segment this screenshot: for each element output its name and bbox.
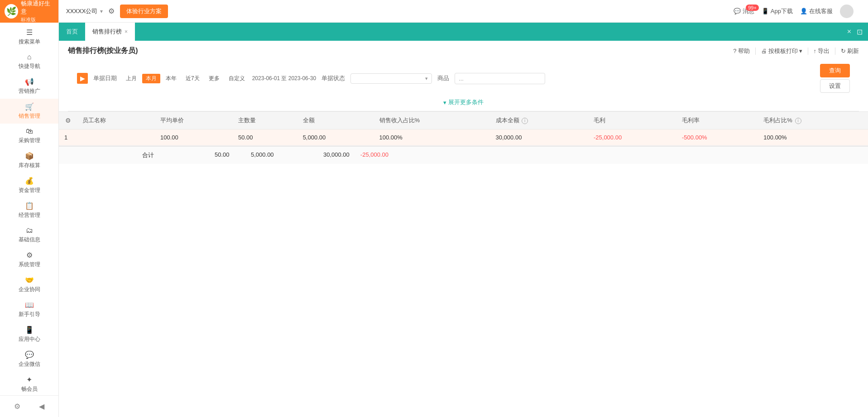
footer-profit: -25,000.00 xyxy=(355,151,394,159)
sidebar-label-ops-mgmt: 经营管理 xyxy=(19,211,40,219)
goods-placeholder: ... xyxy=(459,75,464,82)
footer-profit-pct xyxy=(430,151,466,159)
date-tab-7days[interactable]: 近7天 xyxy=(182,74,203,83)
goods-label: 商品 xyxy=(437,74,449,82)
sidebar-label-member: 畅会员 xyxy=(21,385,38,393)
company-selector[interactable]: XXXXX公司 ▾ xyxy=(66,7,103,15)
message-button[interactable]: 💬 消息 99+ xyxy=(734,7,754,15)
sidebar-item-basic-info[interactable]: 🗂基础信息 xyxy=(0,223,58,247)
sidebar-item-quick-nav[interactable]: ⌂快捷导航 xyxy=(0,49,58,74)
table-body: 1100.0050.005,000.00100.00%30,000.00-25,… xyxy=(59,129,868,146)
sidebar-label-finance: 资金管理 xyxy=(19,187,40,194)
window-max-icon[interactable]: ⊡ xyxy=(857,28,863,36)
filter-bar: ▶ 单据日期 上月 本月 本年 近7天 更多 自定义 2023-06-01 至 … xyxy=(68,59,859,111)
col-profit-rate: 毛利率 xyxy=(676,112,758,129)
tab-home[interactable]: 首页 xyxy=(59,23,85,41)
sidebar-label-marketing: 营销推广 xyxy=(19,87,40,95)
sidebar-item-enterprise-coop[interactable]: 🤝企业协同 xyxy=(0,272,58,297)
sidebar-item-newbie-guide[interactable]: 📖新手引导 xyxy=(0,297,58,322)
content-area: 销售排行榜(按业务员) ? 帮助 🖨 按模板打印 ▾ ↑ xyxy=(59,41,868,417)
col-amount: 全额 xyxy=(297,112,374,129)
sidebar-icon-system-mgmt: ⚙ xyxy=(26,251,33,259)
table-cell-4: 5,000.00 xyxy=(297,129,374,146)
sidebar-item-finance[interactable]: 💰资金管理 xyxy=(0,173,58,198)
tab-sales-ranking[interactable]: 销售排行榜 × xyxy=(85,23,135,41)
date-range-text: 2023-06-01 至 2023-06-30 xyxy=(252,75,316,82)
table-cell-9: 100.00% xyxy=(758,129,868,146)
date-tab-current-month[interactable]: 本月 xyxy=(142,74,160,83)
footer-total-label: 合计 xyxy=(137,151,173,159)
print-chevron-icon: ▾ xyxy=(799,48,802,54)
topbar-right: 💬 消息 99+ 📱 App下载 👤 在线客服 xyxy=(734,5,861,18)
expand-more-button[interactable]: ▾ 展开更多条件 xyxy=(443,98,484,106)
page-title: 销售排行榜(按业务员) xyxy=(68,46,138,56)
trial-button[interactable]: 体验行业方案 xyxy=(120,5,168,18)
date-tab-prev-month[interactable]: 上月 xyxy=(122,74,140,83)
export-button[interactable]: ↑ 导出 xyxy=(814,47,830,55)
goods-input[interactable]: ... xyxy=(455,73,545,84)
sidebar-label-inventory: 库存核算 xyxy=(19,162,40,169)
sidebar-item-search-orders[interactable]: ☰搜索菜单 xyxy=(0,24,58,49)
avatar[interactable] xyxy=(840,5,854,18)
sidebar-item-ops-mgmt[interactable]: 📋经营管理 xyxy=(0,198,58,223)
sidebar-icon-basic-info: 🗂 xyxy=(26,226,33,235)
filter-collapse-button[interactable]: ▶ xyxy=(77,73,88,84)
footer-main-qty: 50.00 xyxy=(209,151,245,159)
app-download-button[interactable]: 📱 App下载 xyxy=(762,7,793,15)
filter-row-1: ▶ 单据日期 上月 本月 本年 近7天 更多 自定义 2023-06-01 至 … xyxy=(77,64,850,93)
tab-close-icon[interactable]: × xyxy=(125,29,128,35)
page-header: 销售排行榜(按业务员) ? 帮助 🖨 按模板打印 ▾ ↑ xyxy=(59,41,868,112)
table-header-row: ⚙ 员工名称 平均单价 主数量 全额 销售收入占比% 成本全额 i 毛利 毛利率 xyxy=(59,112,868,129)
sidebar-item-app-center[interactable]: 📱应用中心 xyxy=(0,322,58,347)
setting-button[interactable]: 设置 xyxy=(820,79,850,93)
sidebar-item-purchase-mgmt[interactable]: 🛍采购管理 xyxy=(0,124,58,148)
table-cell-5: 100.00% xyxy=(374,129,490,146)
topbar-settings-icon[interactable]: ⚙ xyxy=(108,7,115,15)
topbar: XXXXX公司 ▾ ⚙ 体验行业方案 💬 消息 99+ 📱 App下载 👤 在线… xyxy=(59,0,868,23)
table-cell-7: -25,000.00 xyxy=(588,129,676,146)
settings-icon[interactable]: ⚙ xyxy=(14,402,20,411)
table-cell-0: 1 xyxy=(59,129,77,146)
col-cost: 成本全额 i xyxy=(490,112,588,129)
sidebar-item-member[interactable]: ✦畅会员 xyxy=(0,372,58,395)
sidebar-item-system-mgmt[interactable]: ⚙系统管理 xyxy=(0,247,58,272)
sidebar-label-newbie-guide: 新手引导 xyxy=(19,311,40,318)
company-chevron-icon: ▾ xyxy=(100,8,103,14)
table-area: ⚙ 员工名称 平均单价 主数量 全额 销售收入占比% 成本全额 i 毛利 毛利率 xyxy=(59,112,868,417)
sidebar-icon-marketing: 📢 xyxy=(25,77,34,86)
sidebar-item-sales-mgmt[interactable]: 🛒销售管理 xyxy=(0,99,58,124)
collapse-icon[interactable]: ◀ xyxy=(39,402,44,411)
sidebar-icon-search-orders: ☰ xyxy=(26,28,33,37)
divider xyxy=(755,48,756,55)
sidebar-item-marketing[interactable]: 📢营销推广 xyxy=(0,74,58,99)
date-tab-more[interactable]: 更多 xyxy=(205,74,223,83)
date-tab-current-year[interactable]: 本年 xyxy=(162,74,180,83)
query-button[interactable]: 查询 xyxy=(820,64,850,77)
sidebar-label-sales-mgmt: 销售管理 xyxy=(19,112,40,120)
sidebar-icon-enterprise-coop: 🤝 xyxy=(25,276,34,284)
date-tab-custom[interactable]: 自定义 xyxy=(225,74,249,83)
profit-pct-info-icon[interactable]: i xyxy=(795,118,801,124)
page-actions: ? 帮助 🖨 按模板打印 ▾ ↑ 导出 xyxy=(733,47,859,55)
status-select[interactable]: ▾ xyxy=(350,73,432,84)
col-settings[interactable]: ⚙ xyxy=(59,112,77,129)
print-button[interactable]: 🖨 按模板打印 ▾ xyxy=(761,47,802,55)
table-cell-2: 100.00 xyxy=(155,129,233,146)
expand-icon: ▾ xyxy=(443,99,446,106)
help-button[interactable]: ? 帮助 xyxy=(733,47,749,55)
refresh-icon: ↻ xyxy=(841,48,846,54)
online-service-button[interactable]: 👤 在线客服 xyxy=(800,7,833,15)
cost-info-icon[interactable]: i xyxy=(522,118,528,124)
sidebar-item-enterprise-wechat[interactable]: 💬企业微信 xyxy=(0,347,58,372)
window-close-icon[interactable]: × xyxy=(847,28,851,36)
refresh-button[interactable]: ↻ 刷新 xyxy=(841,47,859,55)
date-label: 单据日期 xyxy=(93,74,117,82)
sidebar-icon-sales-mgmt: 🛒 xyxy=(25,102,34,111)
sidebar-item-inventory[interactable]: 📦库存核算 xyxy=(0,148,58,173)
service-icon: 👤 xyxy=(800,8,807,14)
column-settings-icon[interactable]: ⚙ xyxy=(65,117,71,124)
col-profit: 毛利 xyxy=(588,112,676,129)
app-icon: 📱 xyxy=(762,8,769,14)
data-table: ⚙ 员工名称 平均单价 主数量 全额 销售收入占比% 成本全额 i 毛利 毛利率 xyxy=(59,112,868,146)
col-main-qty: 主数量 xyxy=(233,112,297,129)
